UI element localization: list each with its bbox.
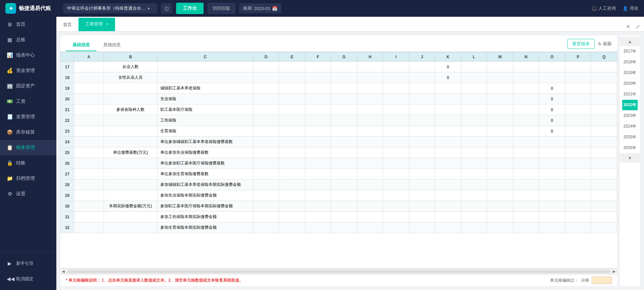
cell-23-col_q[interactable]	[591, 126, 617, 137]
cell-21-col_p[interactable]	[565, 104, 591, 115]
cell-18-col_g[interactable]	[331, 72, 357, 83]
cell-26-col_l[interactable]	[461, 158, 487, 169]
cell-21-col_m[interactable]	[487, 104, 513, 115]
sidebar-item-report-center[interactable]: 📊 报表中心	[0, 48, 56, 63]
cell-22-col_m[interactable]	[487, 115, 513, 126]
cell-24-col_c[interactable]: 单位参加城镇职工基本养老保险缴费基数	[158, 137, 253, 147]
cell-27-col_h[interactable]	[357, 169, 383, 179]
cell-17-row_num[interactable]: 17	[61, 62, 74, 72]
cell-19-col_e[interactable]	[279, 83, 305, 94]
cell-23-col_a[interactable]	[74, 126, 104, 137]
cell-25-col_o[interactable]	[539, 147, 565, 158]
table-scroll[interactable]: A B C D E F G H I J K L	[60, 52, 617, 268]
cell-25-col_a[interactable]	[74, 147, 104, 158]
cell-22-col_a[interactable]	[74, 115, 104, 126]
cell-30-col_j[interactable]	[409, 201, 435, 212]
sidebar-item-archive[interactable]: 📁 归档管理	[0, 171, 56, 186]
cell-27-col_l[interactable]	[461, 169, 487, 179]
cell-19-col_o[interactable]: 0	[539, 83, 565, 94]
cell-17-col_i[interactable]	[383, 62, 409, 72]
cell-20-col_e[interactable]	[279, 94, 305, 104]
cell-19-col_h[interactable]	[357, 83, 383, 94]
cell-24-row_num[interactable]: 24	[61, 137, 74, 147]
cell-28-col_k[interactable]	[435, 179, 461, 190]
cell-19-col_n[interactable]	[513, 83, 539, 94]
cell-29-col_e[interactable]	[279, 190, 305, 201]
cell-25-row_num[interactable]: 25	[61, 147, 74, 158]
cell-20-col_o[interactable]: 0	[539, 94, 565, 104]
cell-32-col_h[interactable]	[357, 222, 383, 233]
cell-28-col_q[interactable]	[591, 179, 617, 190]
sidebar-item-tax-mgmt[interactable]: 📋 税务管理	[0, 140, 56, 155]
cell-19-col_c[interactable]: 城镇职工基本养老保险	[158, 83, 253, 94]
cell-22-col_l[interactable]	[461, 115, 487, 126]
cell-17-col_j[interactable]	[409, 62, 435, 72]
cell-22-col_f[interactable]	[305, 115, 331, 126]
cell-18-col_n[interactable]	[513, 72, 539, 83]
sidebar-item-invoice-mgmt[interactable]: 🧾 发票管理	[0, 109, 56, 125]
cell-29-col_d[interactable]	[253, 190, 279, 201]
cell-18-col_a[interactable]	[74, 72, 104, 83]
cell-18-col_q[interactable]	[591, 72, 617, 83]
cell-29-col_f[interactable]	[305, 190, 331, 201]
reset-report-button[interactable]: 重置报表	[567, 39, 595, 49]
cell-26-col_m[interactable]	[487, 158, 513, 169]
cell-30-col_c[interactable]: 参加职工基本医疗保险本期实际缴费金额	[158, 201, 253, 212]
cell-17-col_a[interactable]	[74, 62, 104, 72]
cell-19-col_g[interactable]	[331, 83, 357, 94]
cell-30-col_h[interactable]	[357, 201, 383, 212]
cell-30-col_f[interactable]	[305, 201, 331, 212]
year-item[interactable]: 2026年	[622, 143, 638, 153]
cell-23-col_d[interactable]	[253, 126, 279, 137]
cell-24-col_k[interactable]	[435, 137, 461, 147]
refresh-button[interactable]: ↻ 刷新	[598, 41, 612, 47]
cell-21-col_l[interactable]	[461, 104, 487, 115]
cell-17-col_k[interactable]: 0	[435, 62, 461, 72]
cell-24-col_h[interactable]	[357, 137, 383, 147]
cell-30-col_b[interactable]: 本期实际缴费金额(万元)	[104, 201, 158, 212]
cell-30-col_i[interactable]	[383, 201, 409, 212]
cell-19-col_f[interactable]	[305, 83, 331, 94]
cell-27-col_e[interactable]	[279, 169, 305, 179]
cell-27-col_q[interactable]	[591, 169, 617, 179]
cell-25-col_d[interactable]	[253, 147, 279, 158]
cell-28-col_h[interactable]	[357, 179, 383, 190]
cell-25-col_k[interactable]	[435, 147, 461, 158]
cell-20-col_q[interactable]	[591, 94, 617, 104]
cell-22-col_e[interactable]	[279, 115, 305, 126]
year-item[interactable]: 2017年	[622, 46, 638, 57]
sidebar-item-home[interactable]: ⊞ 首页	[0, 17, 56, 32]
cell-27-col_c[interactable]: 单位参加生育保险缴费基数	[158, 169, 253, 179]
cell-30-col_g[interactable]	[331, 201, 357, 212]
sidebar-item-closing[interactable]: 🔒 结账	[0, 155, 56, 171]
cell-17-col_p[interactable]	[565, 62, 591, 72]
year-item[interactable]: 2023年	[622, 111, 638, 121]
tab-close-icon[interactable]: ×	[106, 21, 109, 26]
cell-18-col_f[interactable]	[305, 72, 331, 83]
cell-22-row_num[interactable]: 22	[61, 115, 74, 126]
cell-31-col_l[interactable]	[461, 212, 487, 222]
cell-19-col_q[interactable]	[591, 83, 617, 94]
horizontal-scrollbar[interactable]: ◀ ▶	[60, 268, 617, 274]
cell-18-col_b[interactable]: 女性从业人员	[104, 72, 158, 83]
cell-19-row_num[interactable]: 19	[61, 83, 74, 94]
cell-26-col_g[interactable]	[331, 158, 357, 169]
switch-version-button[interactable]: 切到旧版	[208, 3, 235, 14]
cell-29-col_g[interactable]	[331, 190, 357, 201]
cell-32-col_a[interactable]	[74, 222, 104, 233]
cell-24-col_n[interactable]	[513, 137, 539, 147]
cell-31-col_p[interactable]	[565, 212, 591, 222]
cell-18-row_num[interactable]: 18	[61, 72, 74, 83]
cell-29-col_i[interactable]	[383, 190, 409, 201]
cell-21-col_a[interactable]	[74, 104, 104, 115]
cell-27-col_j[interactable]	[409, 169, 435, 179]
cell-25-col_m[interactable]	[487, 147, 513, 158]
cell-23-col_b[interactable]	[104, 126, 158, 137]
cell-23-col_i[interactable]	[383, 126, 409, 137]
cell-31-col_n[interactable]	[513, 212, 539, 222]
cell-29-row_num[interactable]: 29	[61, 190, 74, 201]
cell-20-col_g[interactable]	[331, 94, 357, 104]
cell-26-col_b[interactable]	[104, 158, 158, 169]
cell-27-col_p[interactable]	[565, 169, 591, 179]
cell-32-col_m[interactable]	[487, 222, 513, 233]
